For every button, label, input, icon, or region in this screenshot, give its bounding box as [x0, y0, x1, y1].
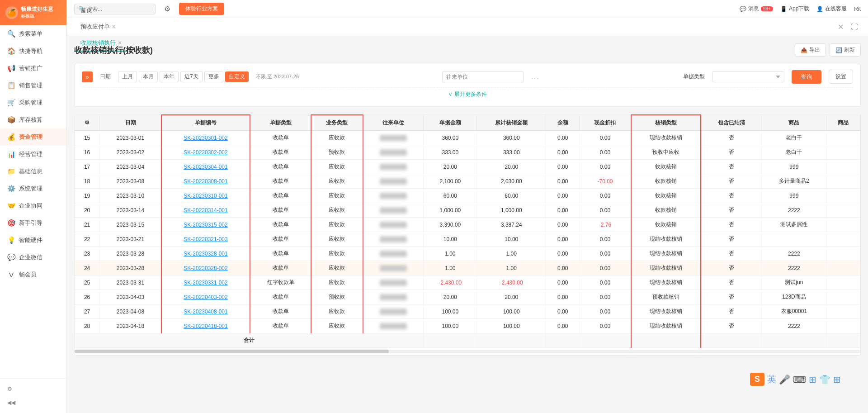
sidebar-item-search[interactable]: 🔍搜索菜单	[0, 25, 66, 43]
skucode-link[interactable]: SK-20230331-002	[184, 280, 227, 286]
th-date[interactable]: 日期	[100, 115, 161, 131]
date-custom-btn[interactable]: 自定义	[225, 71, 249, 82]
cell-biztype: 应收款	[311, 247, 363, 261]
sidebar-item-hardware[interactable]: 💡智能硬件	[0, 232, 66, 249]
cell-doctype: 收款单	[250, 304, 311, 319]
skucode-link[interactable]: SK-20230302-002	[184, 149, 227, 156]
tab-0[interactable]: 首页	[74, 3, 128, 19]
date-this-month-btn[interactable]: 本月	[139, 71, 158, 82]
cell-date: 2023-03-08	[100, 174, 161, 189]
cell-incl-settled: 否	[701, 174, 761, 189]
skucode-link[interactable]: SK-20230315-002	[184, 222, 227, 228]
expand-window-btn[interactable]: ⛶	[848, 22, 861, 32]
filter-expand-btn[interactable]: ∨ 展开更多条件	[82, 87, 853, 101]
filter-toggle-btn[interactable]: »	[82, 71, 93, 82]
skucode-link[interactable]: SK-20230408-001	[184, 309, 227, 315]
cell-no: 19	[75, 189, 100, 203]
cell-counterparty	[363, 131, 424, 145]
date-this-year-btn[interactable]: 本年	[160, 71, 179, 82]
th-balance[interactable]: 余额	[546, 115, 580, 131]
skucode-link[interactable]: SK-20230304-001	[184, 164, 227, 170]
sidebar-item-member[interactable]: V畅会员	[0, 266, 66, 283]
sidebar-item-label-finance: 资金管理	[19, 133, 42, 141]
setting-btn[interactable]: 设置	[829, 70, 853, 84]
export-btn[interactable]: 📤 导出	[795, 43, 826, 57]
export-icon: 📤	[801, 47, 807, 53]
cell-counterparty	[363, 218, 424, 232]
sidebar-collapse[interactable]: ◀◀	[0, 396, 66, 409]
th-counterparty[interactable]: 往来单位	[363, 115, 424, 131]
skucode-link[interactable]: SK-20230328-002	[184, 265, 227, 271]
gear-icon[interactable]: ⚙	[161, 3, 174, 15]
th-product2[interactable]: 商品	[826, 115, 860, 131]
cell-discount: 0.00	[580, 275, 631, 290]
skucode-link[interactable]: SK-20230321-003	[184, 236, 227, 242]
cell-amount: 1,000.00	[424, 203, 477, 218]
sidebar-item-guide[interactable]: 🎯新手引导	[0, 214, 66, 232]
skucode-link[interactable]: SK-20230310-001	[184, 193, 227, 199]
counterparty-blurred	[380, 149, 407, 156]
sidebar-item-marketing[interactable]: 📢营销推广	[0, 60, 66, 77]
collapse-icon: ◀◀	[7, 399, 15, 406]
th-biztype[interactable]: 业务类型	[311, 115, 363, 131]
sidebar-item-base[interactable]: 📁基础信息	[0, 163, 66, 180]
refresh-btn[interactable]: 🔄 刷新	[830, 43, 861, 57]
th-discount[interactable]: 现金折扣	[580, 115, 631, 131]
skucode-link[interactable]: SK-20230308-001	[184, 178, 227, 185]
ellipsis-icon: ...	[531, 73, 539, 81]
tab-label-1: 预收应付单	[80, 23, 110, 31]
tab-1[interactable]: 预收应付单✕	[74, 19, 128, 35]
sidebar-item-system[interactable]: ⚙️系统管理	[0, 180, 66, 197]
cell-counterparty	[363, 304, 424, 319]
th-skucode[interactable]: 单据编号	[161, 115, 250, 131]
sidebar-item-quicknav[interactable]: 🏠快捷导航	[0, 43, 66, 60]
user-avatar[interactable]: Rit	[854, 6, 861, 12]
app-download-btn[interactable]: 📱 App下载	[780, 5, 809, 13]
cell-discount: 0.00	[580, 145, 631, 160]
scrollbar-thumb[interactable]	[75, 350, 389, 353]
cell-incl-settled: 否	[701, 189, 761, 203]
sidebar-item-sales[interactable]: 📋销售管理	[0, 77, 66, 94]
date-last-month-btn[interactable]: 上月	[118, 71, 137, 82]
skucode-link[interactable]: SK-20230301-002	[184, 135, 227, 141]
tab-close-1[interactable]: ✕	[112, 24, 116, 30]
th-amount[interactable]: 单据金额	[424, 115, 477, 131]
date-7days-btn[interactable]: 近7天	[180, 71, 203, 82]
table-row: 17 2023-03-04 SK-20230304-001 收款单 应收款 20…	[75, 160, 860, 174]
sidebar-settings[interactable]: ⚙	[0, 382, 66, 396]
horizontal-scrollbar[interactable]	[75, 350, 860, 353]
cell-biztype: 应收款	[311, 319, 363, 333]
cell-date: 2023-04-18	[100, 319, 161, 333]
th-verified[interactable]: 累计核销金额	[477, 115, 546, 131]
th-vertype[interactable]: 核销类型	[631, 115, 701, 131]
finance-icon: 💰	[7, 133, 15, 141]
marketing-icon: 📢	[7, 64, 15, 72]
th-incl-settled[interactable]: 包含已结清	[701, 115, 761, 131]
skucode-link[interactable]: SK-20230403-002	[184, 294, 227, 300]
sidebar-item-purchase[interactable]: 🛒采购管理	[0, 94, 66, 111]
skucode-link[interactable]: SK-20230314-001	[184, 207, 227, 214]
sidebar-item-inventory[interactable]: 📦库存核算	[0, 111, 66, 128]
th-doctype[interactable]: 单据类型	[250, 115, 311, 131]
sidebar-item-finance[interactable]: 💰资金管理	[0, 128, 66, 146]
sidebar-item-operations[interactable]: 📊经营管理	[0, 146, 66, 163]
skucode-link[interactable]: SK-20230418-001	[184, 323, 227, 329]
skucode-link[interactable]: SK-20230328-001	[184, 251, 227, 257]
cell-counterparty	[363, 145, 424, 160]
industry-btn[interactable]: 体验行业方案	[179, 3, 224, 15]
query-btn[interactable]: 查询	[792, 70, 821, 84]
vouchertype-select[interactable]	[712, 71, 784, 82]
online-service-btn[interactable]: 👤 在线客服	[816, 5, 847, 13]
th-product[interactable]: 商品	[761, 115, 826, 131]
close-window-btn[interactable]: ✕	[835, 22, 846, 32]
notifications-btn[interactable]: 💬 消息 99+	[740, 5, 773, 13]
th-settings[interactable]: ⚙	[75, 115, 100, 131]
counterparty-input[interactable]	[442, 71, 524, 82]
cell-no: 16	[75, 145, 100, 160]
sidebar-item-corp[interactable]: 🤝企业协同	[0, 197, 66, 214]
cell-incl-settled: 否	[701, 145, 761, 160]
date-more-btn[interactable]: 更多	[204, 71, 223, 82]
sidebar-item-wechat[interactable]: 💬企业微信	[0, 249, 66, 266]
table-row: 19 2023-03-10 SK-20230310-001 收款单 应收款 60…	[75, 189, 860, 203]
cell-vertype: 现结收款核销	[631, 247, 701, 261]
